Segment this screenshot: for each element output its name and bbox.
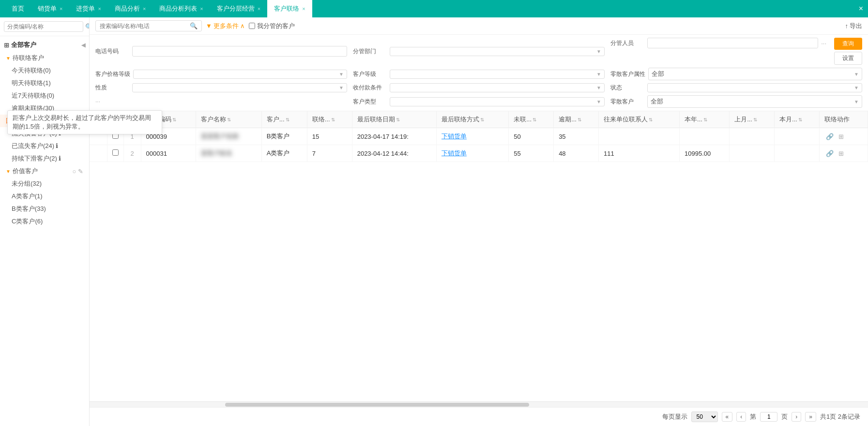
sidebar-search-icon[interactable]: 🔍: [85, 23, 90, 30]
nav-home[interactable]: 首页: [5, 0, 31, 17]
sort-overdue-icon[interactable]: ⇅: [578, 117, 581, 122]
sort-person-icon[interactable]: ⇅: [649, 117, 653, 122]
nav-close-all-button[interactable]: ×: [859, 4, 863, 13]
scattered-arrow: ▼: [854, 99, 859, 104]
search-icon[interactable]: 🔍: [190, 22, 198, 29]
last-page-button[interactable]: »: [805, 412, 816, 422]
td-last-method-1[interactable]: 下销货单: [436, 128, 508, 145]
dept-select[interactable]: ▼: [390, 47, 605, 56]
sidebar-item-a-class[interactable]: A类客户(1): [0, 190, 89, 203]
customer-grade-select[interactable]: ▼: [390, 70, 605, 79]
nav-analysis-list[interactable]: 商品分析列表 ×: [152, 0, 210, 17]
sidebar-search-input[interactable]: [4, 21, 83, 32]
search-input[interactable]: [100, 23, 190, 29]
total-label: 共1页 2条记录: [820, 412, 860, 421]
sidebar-search-area: 🔍: [0, 17, 89, 36]
scattered-attr-select[interactable]: 全部▼: [648, 68, 862, 80]
sidebar-item-c-class[interactable]: C类客户(6): [0, 215, 89, 228]
customer-type-label: 客户类型: [353, 98, 387, 106]
sidebar-item-today[interactable]: 今天待联络(0): [0, 64, 89, 77]
sidebar-item-tomorrow[interactable]: 明天待联络(1): [0, 77, 89, 89]
scattered-select[interactable]: 全部▼: [647, 95, 862, 108]
sort-year-icon[interactable]: ⇅: [703, 117, 707, 122]
tree-section-pending[interactable]: ▼ 待联络客户: [0, 52, 89, 64]
manager-input[interactable]: [647, 38, 818, 48]
payment-select[interactable]: ▼: [390, 83, 605, 92]
horizontal-scrollbar[interactable]: [90, 401, 868, 407]
sort-name-icon[interactable]: ⇅: [227, 117, 231, 122]
prev-page-button[interactable]: ‹: [736, 412, 746, 422]
nav-purchase-close[interactable]: ×: [98, 6, 101, 12]
nav-sales-close[interactable]: ×: [60, 6, 62, 12]
status-select[interactable]: ▼: [647, 83, 862, 92]
status-arrow: ▼: [854, 85, 859, 90]
nav-analysis-list-close[interactable]: ×: [200, 6, 203, 12]
export-button[interactable]: ↑ 导出: [845, 22, 863, 30]
action-grid-icon-1[interactable]: ⊞: [838, 133, 844, 140]
page-label: 第: [750, 412, 756, 421]
tree-all-customers[interactable]: ⊞ 全部客户 ◀: [0, 38, 89, 52]
value-section-header[interactable]: ▼ 价值客户 ○ ✎: [0, 165, 89, 177]
filter-row-customer-grade: 客户等级 ▼: [353, 68, 605, 80]
per-page-select[interactable]: 50 20 100: [691, 411, 718, 422]
table-row: 2 000031 某客户姓名 A类客户 7 2023-04-12 14:44: …: [90, 145, 868, 162]
nature-label: 性质: [95, 84, 129, 92]
more-filter-button[interactable]: ▼ 更多条件 ∧: [206, 22, 245, 30]
payment-arrow: ▼: [596, 85, 601, 90]
sort-unread-icon[interactable]: ⇅: [533, 117, 536, 122]
nature-select[interactable]: ▼: [132, 83, 347, 92]
action-link-icon-1[interactable]: 🔗: [826, 133, 834, 140]
sidebar-item-unclassified[interactable]: 未分组(32): [0, 177, 89, 190]
page-input[interactable]: [760, 412, 777, 422]
setting-button[interactable]: 设置: [834, 52, 862, 65]
collapse-icon[interactable]: ◀: [81, 42, 85, 48]
sort-date-icon[interactable]: ⇅: [396, 117, 400, 122]
info-icon-declining: ℹ: [59, 155, 61, 162]
value-edit-icons[interactable]: ○ ✎: [73, 168, 83, 175]
td-lmonth-1: [730, 128, 775, 145]
main-layout: 🔍 ⊞ 全部客户 ◀ ▼ 待联络客户 今天待联络(0) 明天待联络(1) 近7天…: [0, 17, 868, 426]
sort-method-icon[interactable]: ⇅: [480, 117, 484, 122]
manager-more-icon[interactable]: ···: [821, 40, 826, 47]
customer-type-select[interactable]: ▼: [390, 97, 605, 106]
phone-input[interactable]: [132, 46, 347, 57]
scroll-thumb[interactable]: [225, 403, 529, 407]
sort-lmonth-icon[interactable]: ⇅: [753, 117, 757, 122]
td-action-1[interactable]: 🔗 ⊞: [819, 128, 868, 145]
td-checkbox-2[interactable]: [107, 145, 123, 162]
sort-code-icon[interactable]: ⇅: [172, 117, 176, 122]
pagination-bar: 每页显示 50 20 100 « ‹ 第 页 › » 共1页 2条记录: [90, 407, 868, 426]
sidebar-item-7days[interactable]: 近7天待联络(0): [0, 89, 89, 102]
filter-row-nature: 性质 ▼: [95, 83, 347, 92]
td-action-2[interactable]: 🔗 ⊞: [819, 145, 868, 162]
nav-customer-contact[interactable]: 客户联络 ×: [267, 0, 312, 17]
sort-contact-icon[interactable]: ⇅: [331, 117, 335, 122]
query-button[interactable]: 查询: [834, 38, 862, 50]
nav-analysis[interactable]: 商品分析 ×: [108, 0, 152, 17]
td-last-method-2[interactable]: 下销货单: [436, 145, 508, 162]
nav-customer-contact-close[interactable]: ×: [302, 6, 305, 12]
action-grid-icon-2[interactable]: ⊞: [838, 150, 844, 157]
tooltip-box: 距客户上次交易时长，超过了此客户的平均交易周期的1.5倍，则视为异常。: [7, 110, 89, 134]
nav-sales[interactable]: 销货单 ×: [31, 0, 69, 17]
row2-checkbox[interactable]: [112, 149, 119, 156]
nav-customer-layer[interactable]: 客户分层经营 ×: [210, 0, 267, 17]
td-name-1[interactable]: 某某客户名称: [196, 128, 262, 145]
nav-customer-layer-close[interactable]: ×: [258, 6, 260, 12]
td-name-2[interactable]: 某客户姓名: [196, 145, 262, 162]
price-grade-select[interactable]: ▼: [133, 70, 347, 79]
nav-analysis-close[interactable]: ×: [143, 6, 146, 12]
sort-tmonth-icon[interactable]: ⇅: [798, 117, 802, 122]
action-link-icon-2[interactable]: 🔗: [826, 150, 834, 157]
nav-purchase[interactable]: 进货单 ×: [69, 0, 107, 17]
first-page-button[interactable]: «: [722, 412, 733, 422]
sidebar-item-b-class[interactable]: B类客户(33): [0, 203, 89, 215]
my-customer-checkbox[interactable]: [249, 23, 255, 29]
td-unread-2: 55: [509, 145, 554, 162]
next-page-button[interactable]: ›: [792, 412, 801, 422]
sidebar-item-churned[interactable]: 已流失客户(24) ℹ: [0, 140, 89, 152]
sort-type-icon[interactable]: ⇅: [286, 117, 289, 122]
sidebar-item-declining[interactable]: 持续下滑客户(2) ℹ: [0, 152, 89, 165]
scattered-label: 零散客户: [610, 98, 644, 106]
more-icon[interactable]: ···: [95, 98, 100, 105]
